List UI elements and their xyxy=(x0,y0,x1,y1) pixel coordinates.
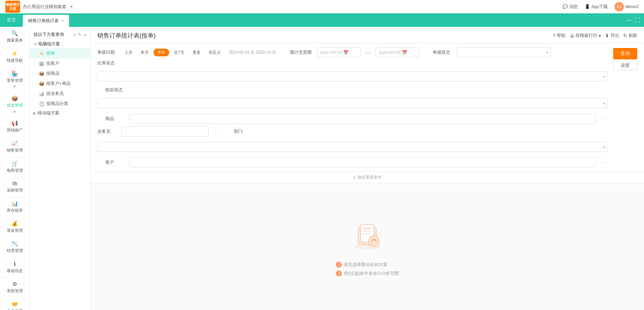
app-download-btn[interactable]: 📱 App下载 xyxy=(585,4,608,10)
product-dots-icon[interactable]: ··· xyxy=(603,116,608,121)
sales-icon: 📈 xyxy=(11,140,18,147)
last7-btn[interactable]: 近7天 xyxy=(171,49,187,56)
tab-close-icon[interactable]: × xyxy=(61,18,64,23)
sidebar-label-system: 系统管理 xyxy=(7,288,23,294)
custom-btn[interactable]: 自定义 xyxy=(206,49,224,56)
expected-date-start-text: yyyy-mm-dd xyxy=(320,50,342,55)
current-year-btn[interactable]: 本年 xyxy=(154,49,169,56)
scheme-item-by-customer[interactable]: 🏢 按客户 xyxy=(30,58,90,68)
sidebar-item-ecommerce[interactable]: 🛒 电商管理 xyxy=(0,157,29,177)
tip-num-2: 2 xyxy=(336,270,342,276)
more-btn[interactable]: 更多 xyxy=(190,49,204,56)
wholesale-arrow: ▲ xyxy=(13,109,16,113)
tab-sales-order[interactable]: 销售订单统计表 × xyxy=(23,15,69,27)
maximize-icon[interactable]: ⛶ xyxy=(635,17,640,23)
sidebar-item-purchase[interactable]: 🛍 采购管理 xyxy=(0,177,29,197)
sidebar-item-sales[interactable]: 📈 销售管理 xyxy=(0,137,29,157)
scheme-group-mobile[interactable]: ▶ 移动端方案 xyxy=(30,109,90,117)
export-btn[interactable]: ⬇ 导出 xyxy=(605,33,619,39)
top-bar-left: 畅捷通好生意 办公用品行业模拟账套 ▾ xyxy=(5,1,73,13)
salesperson-label: 业务员 xyxy=(97,128,116,135)
tab-home[interactable]: 首页 xyxy=(0,13,23,27)
user-menu[interactable]: Ea demo2 xyxy=(614,2,639,11)
retail-icon: 🏪 xyxy=(11,70,18,77)
sidebar-item-base[interactable]: ℹ 基础信息 xyxy=(0,257,29,277)
scheme-item-by-customer-product[interactable]: 📦 按客户+商品 xyxy=(30,79,90,89)
sidebar-item-wholesale[interactable]: 📦 批发管理 ▲ xyxy=(0,92,29,117)
message-btn[interactable]: 💬 消息 xyxy=(562,4,578,10)
sidebar-item-retail[interactable]: 🏪 零售管理 ▼ xyxy=(0,67,29,92)
scheme-item-by-order[interactable]: ⊙ 按单 xyxy=(30,48,90,58)
sidebar: 🔍 搜索菜单 ⚡ 快捷导航 🏪 零售管理 ▼ 📦 批发管理 ▲ 📢 营销推广 📈… xyxy=(0,27,30,310)
expected-date-start[interactable]: yyyy-mm-dd 📅 xyxy=(317,47,361,57)
collapse-label: 收起更多条件 xyxy=(358,174,382,180)
expected-date-end[interactable]: yyyy-mm-dd 📅 xyxy=(376,47,419,57)
print-dropdown-icon[interactable]: ▾ xyxy=(599,33,601,38)
scheme-cp-icon: 📦 xyxy=(39,81,44,86)
status-select[interactable] xyxy=(457,47,551,57)
expected-date-end-text: yyyy-mm-dd xyxy=(379,50,400,55)
scheme-group-pc-header[interactable]: ▼ 电脑端方案 xyxy=(30,40,90,48)
sidebar-label-sales: 销售管理 xyxy=(7,148,23,153)
sidebar-item-business[interactable]: 📉 经营管理 xyxy=(0,237,29,257)
product-input[interactable] xyxy=(129,114,596,124)
expand-icon: ▼ xyxy=(34,42,37,46)
sidebar-item-nav[interactable]: ⚡ 快捷导航 xyxy=(0,47,29,67)
filter-row-salesperson: 业务员 ··· 部门 ▾ 客户 xyxy=(97,126,608,167)
department-select-wrap: ▾ xyxy=(97,142,608,152)
sidebar-item-system[interactable]: ⚙ 系统管理 xyxy=(0,277,29,298)
sidebar-label-finance: 资金管理 xyxy=(7,228,23,234)
payment-select[interactable] xyxy=(97,98,608,108)
department-select[interactable] xyxy=(97,142,608,152)
scheme-label-by-customer-product: 按客户+商品 xyxy=(46,81,71,87)
scheme-order-icon: ⊙ xyxy=(39,51,44,56)
sidebar-item-finance[interactable]: 💰 资金管理 xyxy=(0,217,29,237)
print-icon: 🖨 xyxy=(570,33,574,38)
customer-label: 客户 xyxy=(105,159,124,165)
sidebar-label-ecommerce: 电商管理 xyxy=(7,168,23,173)
settings-btn[interactable]: 设置 xyxy=(613,61,637,70)
sidebar-item-inventory[interactable]: 📊 库存核算 xyxy=(0,197,29,217)
collapse-icon: ∧ xyxy=(353,175,356,180)
print-btn[interactable]: 🖨 按模板打印 ▾ xyxy=(570,33,601,39)
last-month-btn[interactable]: 上月 xyxy=(121,49,136,56)
minimize-icon[interactable]: — xyxy=(627,17,632,23)
nav-icon: ⚡ xyxy=(11,50,18,57)
help-btn[interactable]: ? 帮助 xyxy=(553,33,566,39)
customer-dots-icon[interactable]: ··· xyxy=(603,160,608,165)
collapse-bar[interactable]: ∧ 收起更多条件 xyxy=(91,172,644,183)
tab-bar-actions: — ⛶ xyxy=(627,17,640,23)
retail-arrow: ▼ xyxy=(13,85,16,88)
ecommerce-icon: 🛒 xyxy=(11,160,18,167)
this-month-btn[interactable]: 本月 xyxy=(138,49,152,56)
print-label: 按模板打印 xyxy=(576,33,597,39)
scheme-group-pc: ▼ 电脑端方案 ⊙ 按单 🏢 按客户 📦 按商品 📦 按客户+商品 xyxy=(30,40,90,109)
date-range-text: 2023-01-01 至 2023-12-31 xyxy=(229,50,276,55)
scheme-panel-title: 按以下方案查询 xyxy=(34,32,64,38)
help-label: 帮助 xyxy=(557,33,566,39)
salesperson-dots-icon[interactable]: ··· xyxy=(215,129,220,134)
empty-tips: 1 请先选择要分析的方案 2 用[过滤]条件来缩小分析范围 xyxy=(336,262,398,276)
search-icon: 🔍 xyxy=(11,30,18,37)
filter-row-date: 单据日期 上月 本月 本年 近7天 更多 自定义 xyxy=(97,47,608,57)
scheme-add-icon[interactable]: + xyxy=(73,32,76,37)
scheme-item-by-salesperson[interactable]: 📊 按业务员 xyxy=(30,89,90,99)
page-title: 销售订单统计表(按单) xyxy=(97,32,156,40)
scheme-item-by-product[interactable]: 📦 按商品 xyxy=(30,68,90,79)
salesperson-input[interactable] xyxy=(121,126,209,137)
scheme-collapse-icon[interactable]: « xyxy=(84,32,86,37)
scheme-label-by-salesperson: 按业务员 xyxy=(46,91,64,97)
sidebar-item-search[interactable]: 🔍 搜索菜单 xyxy=(0,27,29,47)
scheme-edit-icon[interactable]: ✎ xyxy=(78,32,82,37)
date-dash: — xyxy=(366,50,370,55)
scheme-item-by-category[interactable]: 📋 按商品分类 xyxy=(30,99,90,109)
date-quick-group: 上月 本月 本年 近7天 更多 自定义 xyxy=(121,49,224,56)
refresh-btn[interactable]: ↻ 刷新 xyxy=(623,33,637,39)
query-btn[interactable]: 查询 xyxy=(613,48,637,59)
customer-input[interactable] xyxy=(129,157,596,167)
delivery-select[interactable] xyxy=(97,71,608,82)
sidebar-item-marketing[interactable]: 📢 营销推广 xyxy=(0,117,29,137)
app-dropdown-icon[interactable]: ▾ xyxy=(70,4,73,9)
sidebar-item-collab[interactable]: 🤝 企业协同 xyxy=(0,298,29,310)
message-label: 消息 xyxy=(569,4,578,10)
